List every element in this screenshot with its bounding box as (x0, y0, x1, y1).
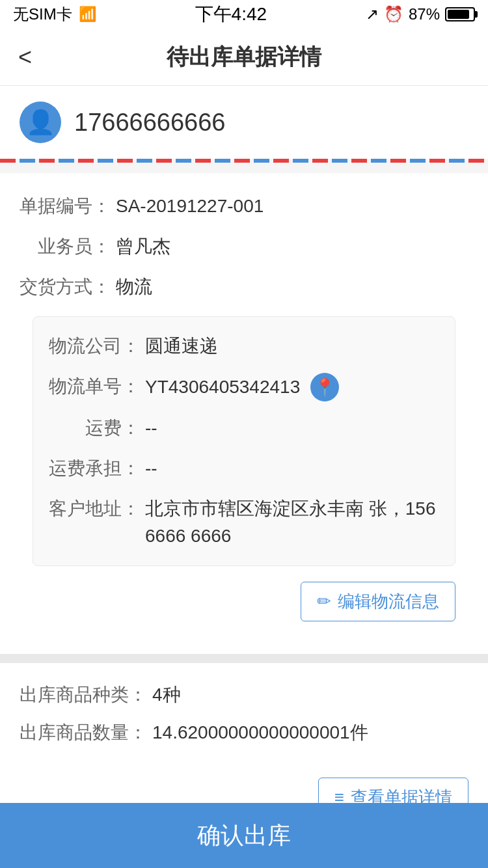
logistics-company-label: 物流公司： (49, 332, 140, 360)
salesman-label: 业务员： (20, 233, 111, 260)
salesman-row: 业务员： 曾凡杰 (20, 233, 468, 260)
battery-icon (445, 7, 475, 21)
edit-logistics-button[interactable]: ✏ 编辑物流信息 (301, 582, 455, 621)
status-time: 下午4:42 (195, 2, 267, 27)
logistics-tracking-row: 物流单号： YT4306405342413 📍 (49, 373, 439, 401)
status-right: ↗ ⏰ 87% (366, 5, 475, 23)
carrier-text: 无SIM卡 (13, 4, 72, 25)
goods-quantity-label: 出库商品数量： (20, 720, 147, 745)
basic-info-section: 单据编号： SA-20191227-001 业务员： 曾凡杰 交货方式： 物流 … (0, 173, 488, 654)
delivery-value: 物流 (116, 273, 468, 301)
goods-types-label: 出库商品种类： (20, 683, 147, 707)
order-number-row: 单据编号： SA-20191227-001 (20, 193, 468, 220)
back-button[interactable]: < (18, 44, 32, 71)
edit-button-label: 编辑物流信息 (338, 590, 439, 613)
address-value: 北京市市辖区海淀区永丰南 张，156 6666 6666 (145, 495, 439, 550)
freight-row: 运费： -- (49, 414, 439, 442)
goods-types-value: 4种 (152, 683, 181, 707)
battery-percent: 87% (409, 5, 440, 23)
goods-quantity-value: 14.62000000000000001件 (152, 720, 368, 745)
user-header: 👤 17666666666 (0, 86, 488, 159)
user-phone: 17666666666 (74, 109, 225, 137)
logistics-card: 物流公司： 圆通速递 物流单号： YT4306405342413 📍 运费： -… (33, 316, 455, 566)
separator (0, 654, 488, 663)
goods-section: 出库商品种类： 4种 出库商品数量： 14.62000000000000001件 (0, 663, 488, 765)
logistics-company-value: 圆通速递 (145, 332, 439, 360)
edit-icon: ✏ (317, 591, 331, 612)
freight-bearer-label: 运费承担： (49, 455, 140, 482)
address-row: 客户地址： 北京市市辖区海淀区永丰南 张，156 6666 6666 (49, 495, 439, 550)
status-left: 无SIM卡 📶 (13, 4, 96, 25)
location-map-icon[interactable]: 📍 (310, 373, 339, 401)
address-label: 客户地址： (49, 495, 140, 522)
goods-types-row: 出库商品种类： 4种 (20, 683, 468, 707)
freight-bearer-row: 运费承担： -- (49, 455, 439, 482)
clock-icon: ⏰ (384, 5, 403, 23)
logistics-tracking-value: YT4306405342413 (145, 373, 300, 401)
logistics-company-row: 物流公司： 圆通速递 (49, 332, 439, 360)
confirm-button-label: 确认出库 (197, 820, 291, 852)
dashed-border-divider (0, 159, 488, 163)
salesman-value: 曾凡杰 (116, 233, 468, 260)
order-number-label: 单据编号： (20, 193, 111, 220)
status-bar: 无SIM卡 📶 下午4:42 ↗ ⏰ 87% (0, 0, 488, 29)
nav-bar: < 待出库单据详情 (0, 29, 488, 86)
order-number-value: SA-20191227-001 (116, 193, 468, 220)
delivery-label: 交货方式： (20, 273, 111, 301)
location-icon: ↗ (366, 5, 379, 23)
delivery-row: 交货方式： 物流 (20, 273, 468, 301)
freight-bearer-value: -- (145, 455, 439, 482)
edit-btn-row: ✏ 编辑物流信息 (20, 582, 468, 634)
logistics-tracking-label: 物流单号： (49, 373, 140, 400)
page-title: 待出库单据详情 (167, 42, 321, 72)
wifi-icon: 📶 (79, 6, 96, 23)
freight-label: 运费： (49, 414, 140, 442)
avatar-icon: 👤 (26, 109, 55, 136)
avatar: 👤 (20, 102, 61, 143)
confirm-outbound-button[interactable]: 确认出库 (0, 803, 488, 868)
logistics-tracking-value-row: YT4306405342413 📍 (140, 373, 339, 401)
freight-value: -- (145, 414, 439, 442)
goods-quantity-row: 出库商品数量： 14.62000000000000001件 (20, 720, 468, 745)
